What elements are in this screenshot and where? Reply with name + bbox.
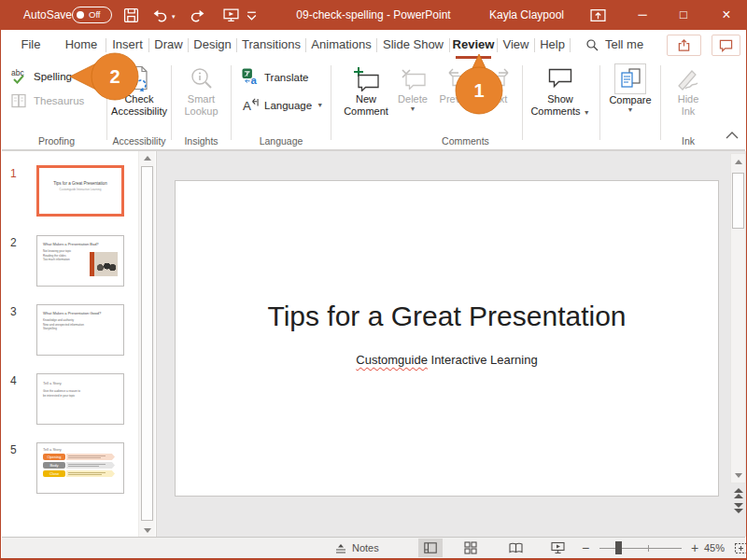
slide-scrollbar-thumb[interactable] [732,173,744,229]
callout-badge-2-spelling: 2 [70,50,141,103]
delete-comment-button[interactable]: Delete ▼ [391,63,434,113]
translate-icon: a [242,68,260,86]
tab-file[interactable]: File [14,30,48,60]
slide-thumbnail-3[interactable]: What Makes a Presentation Good? Knowledg… [36,304,124,356]
group-label-language: Language [232,135,331,147]
undo-icon[interactable] [152,7,168,23]
banner-opening: Opening [43,454,123,460]
customize-qat-icon[interactable] [246,7,258,23]
svg-text:1: 1 [473,80,484,101]
new-comment-label-1: New [356,93,376,105]
callout-badge-1-review: 1 [455,54,505,116]
zoom-percentage[interactable]: 45% [704,538,725,558]
notes-button[interactable]: Notes [334,538,379,558]
thumbnail-number-1: 1 [10,167,17,180]
notes-label: Notes [352,542,379,553]
reading-view-button[interactable] [503,539,528,557]
thumbnail-number-5: 5 [10,443,17,456]
group-ink: Hide Ink Ink [661,60,715,149]
zoom-slider-track[interactable] [599,548,682,549]
slide-scroll-down-icon[interactable] [731,469,745,482]
ribbon-display-options-icon[interactable] [590,7,606,23]
delete-comment-label: Delete [398,93,428,105]
slide-thumbnail-panel: 1 Tips for a Great Presentation Customgu… [2,151,138,537]
collapse-ribbon-icon[interactable] [725,131,740,140]
scroll-up-icon[interactable] [139,151,155,164]
group-label-ink: Ink [661,135,715,147]
previous-slide-button[interactable] [732,487,745,499]
normal-view-icon [424,542,437,553]
slide-thumbnail-5[interactable]: Tell a Story Opening Body Close [36,442,124,494]
share-button[interactable] [667,35,701,56]
spelling-label: Spelling [34,71,72,82]
slide-subtitle[interactable]: Customguide Interactive Learning [176,353,718,367]
zoom-in-button[interactable]: + [691,538,698,558]
slide-thumbnail-1[interactable]: Tips for a Great Presentation Customguid… [36,165,124,217]
slide-title[interactable]: Tips for a Great Presentation [176,301,718,332]
redo-icon[interactable] [190,7,205,23]
slide-sorter-view-button[interactable] [458,539,483,557]
start-slideshow-icon[interactable] [223,7,239,23]
maximize-button[interactable]: □ [668,0,699,30]
new-comment-button[interactable]: New Comment [340,63,392,118]
spelling-icon: abc [10,68,29,85]
tab-draw[interactable]: Draw [149,30,188,60]
slide-thumbnail-2[interactable]: What Makes a Presentation Bad? Not knowi… [36,235,124,287]
slide-scrollbar[interactable] [730,153,746,483]
zoom-out-button[interactable]: − [582,538,589,558]
tab-design[interactable]: Design [189,30,236,60]
delete-comment-icon [401,63,426,93]
title-bar: AutoSave Off ▾ 09-check-spelling - [1,0,746,30]
compare-button[interactable]: Compare ▼ [600,63,660,114]
group-compare: Compare ▼ [600,60,660,149]
show-comments-button[interactable]: Show Comments ▼ [524,63,597,118]
tell-me-label[interactable]: Tell me [605,30,643,60]
save-icon[interactable] [123,7,139,23]
hide-ink-label-2: Ink [682,105,696,118]
search-icon[interactable] [585,38,599,51]
compare-label: Compare [609,94,651,106]
user-name: Kayla Claypool [489,0,564,30]
slide-scroll-up-icon[interactable] [731,155,745,168]
hide-ink-button[interactable]: Hide Ink [661,63,715,118]
group-label-proofing: Proofing [7,135,106,147]
zoom-slider-thumb[interactable] [615,541,622,554]
group-label-comments: Comments [331,135,599,147]
tab-transitions[interactable]: Transitions [237,30,305,60]
next-slide-button[interactable] [732,502,745,514]
thumbnail-number-4: 4 [10,374,17,387]
translate-button[interactable]: a Translate [239,67,331,87]
delete-dropdown-caret: ▼ [410,105,416,113]
show-comments-dropdown-caret: ▼ [584,109,590,116]
slide-show-view-button[interactable] [545,539,570,557]
minimize-button[interactable]: ─ [627,0,658,30]
autosave-toggle[interactable]: Off [72,7,112,23]
thumbnail-scrollbar-thumb[interactable] [141,166,153,521]
undo-dropdown-caret[interactable]: ▾ [172,13,176,21]
normal-view-button[interactable] [418,539,443,557]
comments-button[interactable] [712,35,740,56]
fit-slide-to-window-button[interactable] [728,539,747,557]
close-button[interactable]: × [711,0,742,30]
fit-to-window-icon [734,542,747,554]
tab-animations[interactable]: Animations [306,30,376,60]
notes-icon [334,542,347,554]
status-bar: Notes [2,537,745,558]
thumbnail-number-2: 2 [10,236,17,249]
slide-sorter-icon [464,541,477,554]
new-comment-icon [352,63,380,93]
thumbnail-scrollbar[interactable] [138,151,155,537]
svg-text:A: A [243,99,251,113]
misspelled-word[interactable]: Customguide [356,353,428,367]
language-dropdown-caret: ▼ [317,102,323,109]
smart-lookup-button[interactable]: Smart Lookup [172,63,231,118]
scroll-down-icon[interactable] [139,524,155,537]
language-button[interactable]: A Language ▼ [239,95,331,115]
tab-help[interactable]: Help [535,30,570,60]
group-insights: Smart Lookup Insights [172,60,231,149]
share-icon [677,38,691,52]
current-slide[interactable]: Tips for a Great Presentation Customguid… [175,180,719,497]
autosave-state: Off [89,9,101,20]
tab-slide-show[interactable]: Slide Show [377,30,449,60]
slide-thumbnail-4[interactable]: Tell a Story Give the audience a reason … [36,373,124,425]
